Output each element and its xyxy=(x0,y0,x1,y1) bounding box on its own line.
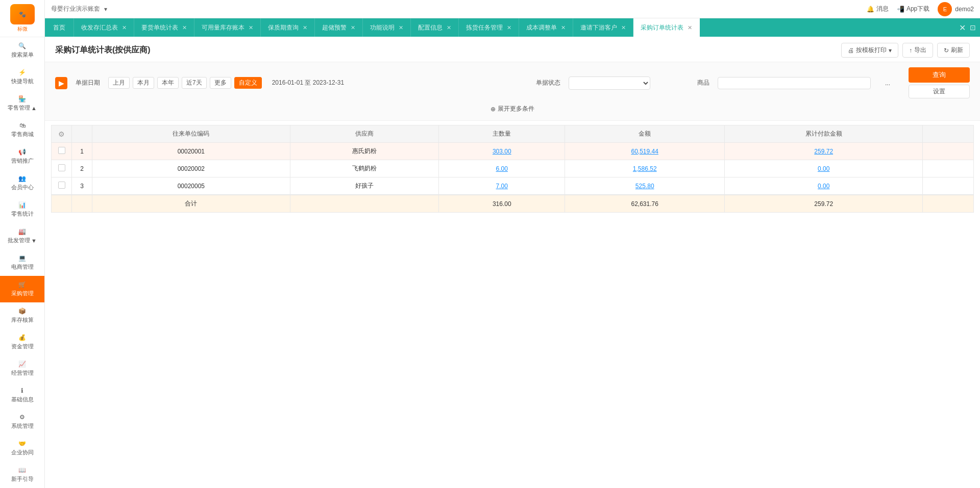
date-custom[interactable]: 自定义 xyxy=(234,77,262,89)
date-last-7days[interactable]: 近7天 xyxy=(182,77,207,89)
sidebar-item-system[interactable]: ⚙ 系统管理 xyxy=(0,408,44,435)
tab-order-stats[interactable]: 要货单统计表 ✕ xyxy=(134,18,194,37)
tab-expiry-close[interactable]: ✕ xyxy=(303,24,307,31)
cell-num-3: 3 xyxy=(72,177,92,195)
export-button[interactable]: ↑ 导出 xyxy=(902,43,933,58)
inventory-icon: 📦 xyxy=(18,307,26,315)
refresh-icon: ↻ xyxy=(944,47,949,54)
tab-config[interactable]: 配置信息 ✕ xyxy=(411,18,459,37)
cell-qty-1[interactable]: 303.00 xyxy=(439,143,565,160)
query-button[interactable]: 查询 xyxy=(909,67,970,83)
tab-home[interactable]: 首页 xyxy=(45,18,74,37)
export-icon: ↑ xyxy=(909,47,912,54)
print-button[interactable]: 🖨 按模板打印 ▾ xyxy=(841,43,898,58)
sidebar-item-retail-mall[interactable]: 🛍 零售商城 xyxy=(0,117,44,143)
cell-qty-2[interactable]: 6.00 xyxy=(439,160,565,177)
goods-input[interactable] xyxy=(718,77,871,89)
date-this-month[interactable]: 本月 xyxy=(133,77,154,89)
sidebar-item-ecommerce[interactable]: 💻 电商管理 xyxy=(0,249,44,276)
sidebar-item-wholesale[interactable]: 🏭 批发管理 ▼ xyxy=(0,223,44,249)
tab-function[interactable]: 功能说明 ✕ xyxy=(363,18,411,37)
tab-overstock-close[interactable]: ✕ xyxy=(351,24,355,31)
cell-amount-3[interactable]: 525.80 xyxy=(565,177,725,195)
cell-empty-1 xyxy=(923,143,974,160)
table-row: 3 00020005 好孩子 7.00 525.80 0.00 xyxy=(52,177,974,195)
tab-purchase-close[interactable]: ✕ xyxy=(688,24,692,31)
col-amount-header: 金额 xyxy=(565,125,725,143)
page-content: 采购订单统计表(按供应商) 🖨 按模板打印 ▾ ↑ 导出 ↻ 刷新 xyxy=(45,37,980,488)
sidebar-label-finance: 资金管理 xyxy=(11,343,34,350)
tab-cost-close[interactable]: ✕ xyxy=(561,24,566,31)
print-dropdown-icon: ▾ xyxy=(889,47,892,54)
tab-cost-adjust[interactable]: 成本调整单 ✕ xyxy=(519,18,573,37)
sidebar-item-finance[interactable]: 💰 资金管理 xyxy=(0,329,44,355)
sidebar-item-marketing[interactable]: 📢 营销推广 xyxy=(0,143,44,170)
tab-config-close[interactable]: ✕ xyxy=(447,24,451,31)
tab-order-close[interactable]: ✕ xyxy=(182,24,187,31)
cell-amount-1[interactable]: 60,519.44 xyxy=(565,143,725,160)
cell-supplier-1: 惠氏奶粉 xyxy=(290,143,439,160)
cell-checkbox-2[interactable] xyxy=(52,160,72,177)
system-icon: ⚙ xyxy=(19,414,25,421)
dropdown-arrow-icon[interactable]: ▾ xyxy=(104,6,107,13)
cell-paid-2[interactable]: 0.00 xyxy=(725,160,923,177)
tab-available-stock[interactable]: 可用量库存账本 ✕ xyxy=(194,18,261,37)
sidebar-item-quicknav[interactable]: ⚡ 快捷导航 xyxy=(0,64,44,90)
app-download-button[interactable]: 📲 App下载 xyxy=(897,5,929,13)
message-button[interactable]: 🔔 消息 xyxy=(867,5,889,13)
filter-toggle[interactable]: ▶ xyxy=(55,77,67,89)
user-menu[interactable]: E demo2 xyxy=(938,2,974,16)
cell-paid-1[interactable]: 259.72 xyxy=(725,143,923,160)
cell-checkbox-1[interactable] xyxy=(52,143,72,160)
tab-maximize-button[interactable]: ⊡ xyxy=(970,23,976,32)
sidebar-label-wholesale: 批发管理 ▼ xyxy=(8,237,37,244)
sidebar-item-basic[interactable]: ℹ 基础信息 xyxy=(0,382,44,408)
date-last-month[interactable]: 上月 xyxy=(108,77,130,89)
sidebar-item-ops[interactable]: 📈 经营管理 xyxy=(0,355,44,382)
printer-icon: 🖨 xyxy=(848,47,854,54)
column-settings-icon[interactable]: ⚙ xyxy=(58,130,65,138)
tab-invite[interactable]: 邀请下游客户 ✕ xyxy=(573,18,633,37)
cell-num-1: 1 xyxy=(72,143,92,160)
tab-stock-close[interactable]: ✕ xyxy=(249,24,253,31)
cell-qty-3[interactable]: 7.00 xyxy=(439,177,565,195)
main-area: 母婴行业演示账套 ▾ 🔔 消息 📲 App下载 E demo2 首页 收发存汇总… xyxy=(45,0,980,488)
expand-icon: ⊕ xyxy=(491,106,496,113)
tab-collect-summary[interactable]: 收发存汇总表 ✕ xyxy=(74,18,134,37)
tab-pick-close[interactable]: ✕ xyxy=(507,24,511,31)
tab-stock-label: 可用量库存账本 xyxy=(202,23,244,32)
status-select[interactable] xyxy=(569,76,650,90)
date-this-year[interactable]: 本年 xyxy=(157,77,179,89)
tab-overstock-label: 超储预警 xyxy=(322,23,347,32)
cell-checkbox-3[interactable] xyxy=(52,177,72,195)
tab-collect-close[interactable]: ✕ xyxy=(122,24,127,31)
tab-pick-task[interactable]: 拣货任务管理 ✕ xyxy=(459,18,519,37)
data-table: ⚙ 往来单位编码 供应商 主数量 金额 累计付款金额 1 xyxy=(51,125,974,213)
date-more[interactable]: 更多 xyxy=(210,77,231,89)
bell-icon: 🔔 xyxy=(867,6,874,13)
settings-button[interactable]: 设置 xyxy=(909,85,970,98)
footer-amount: 62,631.76 xyxy=(565,195,725,213)
sidebar-item-retail-stats[interactable]: 📊 零售统计 xyxy=(0,196,44,223)
tab-invite-close[interactable]: ✕ xyxy=(621,24,626,31)
sidebar-item-inventory[interactable]: 📦 库存核算 xyxy=(0,302,44,329)
sidebar-item-member[interactable]: 👥 会员中心 xyxy=(0,170,44,196)
col-num-header xyxy=(72,125,92,143)
tab-function-close[interactable]: ✕ xyxy=(399,24,403,31)
tab-overstock[interactable]: 超储预警 ✕ xyxy=(315,18,363,37)
tab-expiry[interactable]: 保质期查询 ✕ xyxy=(261,18,315,37)
sidebar-item-purchase[interactable]: 🛒 采购管理 xyxy=(0,276,44,302)
username: demo2 xyxy=(955,6,974,13)
expand-button[interactable]: ⊕ 展开更多条件 xyxy=(491,105,534,113)
refresh-button[interactable]: ↻ 刷新 xyxy=(937,43,970,58)
sidebar-item-retail-manage[interactable]: 🏪 零售管理 ▲ xyxy=(0,90,44,117)
tab-close-button[interactable]: ✕ xyxy=(959,23,966,33)
sidebar-item-guide[interactable]: 📖 新手引导 xyxy=(0,461,44,488)
tab-purchase-order-stats[interactable]: 采购订单统计表 ✕ xyxy=(633,18,700,37)
sidebar-item-search[interactable]: 🔍 搜索菜单 xyxy=(0,37,44,64)
cell-amount-2[interactable]: 1,586.52 xyxy=(565,160,725,177)
cell-paid-3[interactable]: 0.00 xyxy=(725,177,923,195)
more-filter-btn[interactable]: ... xyxy=(879,78,896,89)
sidebar-item-collab[interactable]: 🤝 企业协同 xyxy=(0,435,44,461)
tab-purchase-label: 采购订单统计表 xyxy=(641,23,683,32)
